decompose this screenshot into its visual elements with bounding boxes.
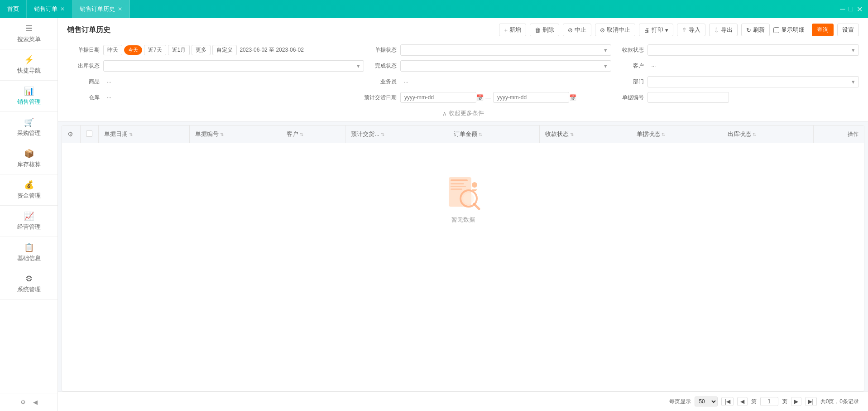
sidebar: ☰ 搜索菜单 ⚡ 快捷导航 📊 销售管理 🛒 采购管理 📦 库存核算 💰 资金管… <box>0 18 58 411</box>
svg-rect-1 <box>451 179 468 181</box>
sidebar-item-label: 销售管理 <box>17 98 41 106</box>
close-window-icon[interactable]: ✕ <box>857 5 863 14</box>
outbound-status-sort-icon: ⇅ <box>753 132 756 137</box>
pagination-bar: 每页显示 50 100 200 |◀ ◀ 第 页 ▶ ▶| 共0页，0条记录 <box>58 392 868 411</box>
sidebar-item-label: 基础信息 <box>17 254 41 262</box>
select-all-checkbox[interactable] <box>86 131 92 137</box>
svg-point-6 <box>463 193 474 204</box>
delivery-start-calendar[interactable]: 📅 <box>476 94 484 101</box>
table-settings-icon[interactable]: ⚙ <box>67 131 73 138</box>
customer-more[interactable]: ··· <box>651 63 656 69</box>
sidebar-item-sales[interactable]: 📊 销售管理 <box>0 81 58 112</box>
display-detail-input[interactable] <box>773 27 779 33</box>
tab-sales-order-history[interactable]: 销售订单历史 ✕ <box>72 0 130 18</box>
collapse-sidebar-icon[interactable]: ◀ <box>33 399 38 406</box>
payment-dropdown-icon: ▾ <box>852 47 855 53</box>
th-docno[interactable]: 单据编号 ⇅ <box>190 126 281 143</box>
date-sort-icon: ⇅ <box>129 132 133 137</box>
salesperson-more[interactable]: ··· <box>404 79 408 85</box>
sidebar-item-inventory[interactable]: 📦 库存核算 <box>0 143 58 174</box>
custom-date-btn[interactable]: 自定义 <box>212 45 237 55</box>
delivery-end-calendar[interactable]: 📅 <box>569 94 576 101</box>
last-page-btn[interactable]: ▶| <box>805 397 817 406</box>
status-dropdown-icon: ▾ <box>604 47 607 53</box>
sidebar-item-system[interactable]: ⚙ 系统管理 <box>0 268 58 300</box>
maximize-icon[interactable]: □ <box>849 5 853 13</box>
filter-row-1: 单据日期 昨天 今天 近7天 近1月 更多 自定义 2023-06-02 至 2… <box>67 44 859 56</box>
basic-icon: 📋 <box>24 242 34 252</box>
table-body: 暂无数据 <box>62 143 864 251</box>
filter-col-outbound: 出库状态 ▾ <box>67 60 364 72</box>
dept-select[interactable]: ▾ <box>647 76 859 87</box>
th-payment-status[interactable]: 收款状态 ⇅ <box>539 126 631 143</box>
display-detail-checkbox[interactable]: 显示明细 <box>773 26 805 34</box>
collapse-more-btn[interactable]: ∧ 收起更多条件 <box>67 107 859 121</box>
goods-more[interactable]: ··· <box>107 79 111 85</box>
delivery-start-input[interactable] <box>400 92 476 103</box>
amount-sort-icon: ⇅ <box>479 132 482 137</box>
new-icon: + <box>504 27 508 34</box>
more-date-btn[interactable]: 更多 <box>192 45 211 55</box>
docno-input[interactable] <box>647 92 729 103</box>
th-delivery[interactable]: 预计交货... ⇅ <box>345 126 448 143</box>
settings-filter-button[interactable]: 设置 <box>837 24 859 36</box>
sidebar-item-operations[interactable]: 📈 经营管理 <box>0 206 58 237</box>
th-settings[interactable]: ⚙ <box>62 126 80 143</box>
refresh-button[interactable]: ↻ 刷新 <box>741 24 770 36</box>
sidebar-item-finance[interactable]: 💰 资金管理 <box>0 174 58 206</box>
status-select[interactable]: ▾ <box>400 44 612 56</box>
week-btn[interactable]: 近7天 <box>144 45 166 55</box>
outbound-select[interactable]: ▾ <box>103 60 364 72</box>
delivery-end-input[interactable] <box>493 92 569 103</box>
th-outbound-status[interactable]: 出库状态 ⇅ <box>722 126 814 143</box>
data-table: ⚙ 单据日期 ⇅ 单据编号 <box>62 126 864 251</box>
month-btn[interactable]: 近1月 <box>168 45 190 55</box>
import-button[interactable]: ⇧ 导入 <box>677 24 705 36</box>
th-amount[interactable]: 订单金额 ⇅ <box>448 126 539 143</box>
th-date[interactable]: 单据日期 ⇅ <box>98 126 190 143</box>
sidebar-item-purchase[interactable]: 🛒 采购管理 <box>0 112 58 143</box>
warehouse-more[interactable]: ··· <box>107 94 111 101</box>
complete-dropdown-icon: ▾ <box>604 63 607 69</box>
next-page-btn[interactable]: ▶ <box>791 397 801 406</box>
sidebar-item-search[interactable]: ☰ 搜索菜单 <box>0 18 58 49</box>
prev-page-btn[interactable]: ◀ <box>737 397 748 406</box>
th-customer[interactable]: 客户 ⇅ <box>281 126 345 143</box>
outbound-label: 出库状态 <box>67 62 103 70</box>
complete-select[interactable]: ▾ <box>400 60 612 72</box>
print-button[interactable]: 🖨 打印 ▾ <box>639 24 673 36</box>
filter-area: 单据日期 昨天 今天 近7天 近1月 更多 自定义 2023-06-02 至 2… <box>67 41 859 121</box>
page-number-input[interactable] <box>760 397 778 406</box>
page-label-before: 第 <box>751 398 757 406</box>
payment-label: 收款状态 <box>611 46 647 54</box>
settings-bottom-icon[interactable]: ⚙ <box>20 399 26 406</box>
svg-point-8 <box>472 182 477 188</box>
minimize-icon[interactable]: ─ <box>840 5 845 13</box>
sidebar-item-label: 采购管理 <box>17 129 41 137</box>
payment-select[interactable]: ▾ <box>647 44 859 56</box>
page-size-select[interactable]: 50 100 200 <box>695 396 718 406</box>
first-page-btn[interactable]: |◀ <box>721 397 733 406</box>
export-button[interactable]: ⇩ 导出 <box>709 24 738 36</box>
sidebar-item-basic[interactable]: 📋 基础信息 <box>0 237 58 268</box>
th-checkbox[interactable] <box>80 126 98 143</box>
page-label-after: 页 <box>782 398 787 406</box>
system-icon: ⚙ <box>25 274 33 284</box>
new-button[interactable]: + 新增 <box>499 24 526 36</box>
th-doc-status[interactable]: 单据状态 ⇅ <box>631 126 722 143</box>
close-tab-sales-order-history[interactable]: ✕ <box>118 6 122 12</box>
delete-button[interactable]: 🗑 删除 <box>530 24 559 36</box>
sidebar-item-quicknav[interactable]: ⚡ 快捷导航 <box>0 49 58 81</box>
stop-button[interactable]: ⊘ 中止 <box>563 24 591 36</box>
tab-sales-order[interactable]: 销售订单 ✕ <box>27 0 72 18</box>
refresh-icon: ↻ <box>746 27 751 34</box>
yesterday-btn[interactable]: 昨天 <box>103 45 122 55</box>
empty-row: 暂无数据 <box>62 143 864 251</box>
today-btn[interactable]: 今天 <box>124 45 142 55</box>
svg-line-7 <box>474 204 479 209</box>
query-button[interactable]: 查询 <box>812 24 834 36</box>
filter-row-3: 商品 ··· 业务员 ··· 部门 ▾ <box>67 76 859 87</box>
tab-home[interactable]: 销售订单历史 首页 <box>0 0 27 18</box>
cancel-stop-button[interactable]: ⊘ 取消中止 <box>595 24 635 36</box>
close-tab-sales-order[interactable]: ✕ <box>60 6 65 12</box>
